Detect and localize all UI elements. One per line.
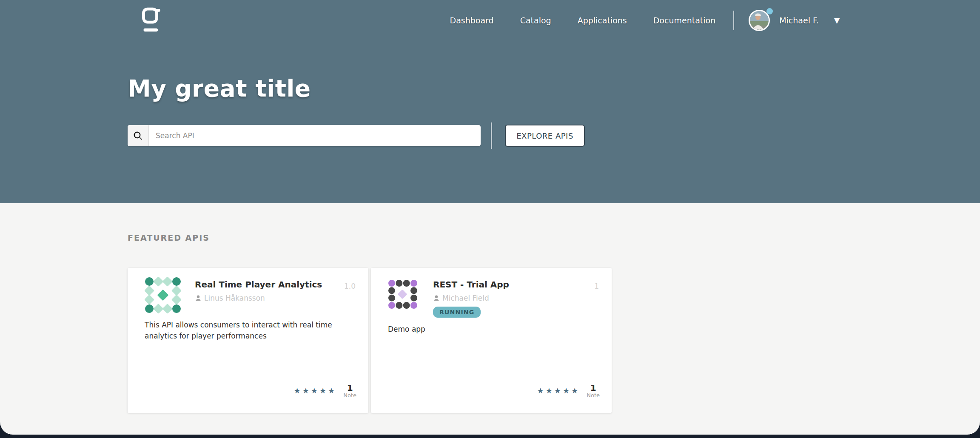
card-footer-divider: [371, 403, 612, 403]
api-owner-name: Linus Håkansson: [204, 294, 265, 302]
main-nav: Dashboard Catalog Applications Documenta…: [450, 16, 716, 25]
card-meta: Real Time Player Analytics Linus Håkanss…: [195, 277, 344, 302]
person-icon: [433, 295, 440, 301]
api-description: This API allows consumers to interact wi…: [145, 319, 353, 342]
person-icon: [195, 295, 202, 301]
gravitee-logo-icon[interactable]: [139, 7, 163, 34]
featured-cards-row: Real Time Player Analytics Linus Håkanss…: [128, 268, 980, 413]
api-card-rest-trial-app[interactable]: REST - Trial App Michael Field RUNNING 1…: [371, 268, 612, 413]
card-footer-divider: [128, 403, 368, 403]
search-box: [128, 125, 481, 146]
top-navigation-bar: Dashboard Catalog Applications Documenta…: [0, 0, 980, 41]
api-description: Demo app: [388, 324, 596, 335]
card-header: REST - Trial App Michael Field RUNNING 1: [388, 277, 599, 318]
nav-item-documentation[interactable]: Documentation: [653, 16, 715, 25]
purple-dot-grid-icon: [388, 279, 419, 311]
rating-label: Note: [587, 392, 600, 398]
hero-section: Dashboard Catalog Applications Documenta…: [0, 0, 980, 203]
api-owner-name: Michael Field: [442, 294, 489, 302]
teal-diamond-grid-icon: [145, 277, 181, 313]
user-name: Michael F.: [779, 16, 819, 25]
nav-item-applications[interactable]: Applications: [578, 16, 627, 25]
api-owner: Linus Håkansson: [195, 294, 344, 302]
topbar-divider: [733, 11, 734, 30]
rating-count: 1: [347, 383, 353, 392]
api-rating: ★★★★★ 1 Note: [294, 383, 356, 398]
nav-item-dashboard[interactable]: Dashboard: [450, 16, 494, 25]
api-title: REST - Trial App: [433, 279, 594, 290]
online-status-dot: [766, 8, 773, 14]
search-icon: [133, 131, 143, 141]
page-title: My great title: [128, 75, 980, 102]
api-card-real-time-player-analytics[interactable]: Real Time Player Analytics Linus Håkanss…: [128, 268, 368, 413]
card-header: Real Time Player Analytics Linus Håkanss…: [145, 277, 356, 313]
search-api-input[interactable]: [149, 125, 481, 146]
rating-note: 1 Note: [587, 383, 600, 398]
star-rating-icons: ★★★★★: [537, 386, 580, 395]
star-rating-icons: ★★★★★: [294, 386, 337, 395]
api-owner: Michael Field: [433, 294, 594, 302]
card-meta: REST - Trial App Michael Field RUNNING: [433, 277, 594, 318]
status-badge-running: RUNNING: [433, 307, 481, 318]
api-title: Real Time Player Analytics: [195, 279, 344, 290]
search-row: EXPLORE APIS: [128, 122, 980, 149]
api-version: 1: [594, 282, 599, 290]
hero-vertical-divider: [491, 122, 492, 149]
user-menu[interactable]: Michael F. ▼: [749, 10, 840, 31]
api-rating: ★★★★★ 1 Note: [537, 383, 600, 398]
rating-label: Note: [343, 392, 356, 398]
explore-apis-button[interactable]: EXPLORE APIS: [505, 125, 585, 147]
rating-note: 1 Note: [343, 383, 356, 398]
avatar-wrapper: [749, 10, 770, 31]
search-icon-button[interactable]: [128, 125, 149, 146]
api-version: 1.0: [344, 282, 356, 290]
nav-item-catalog[interactable]: Catalog: [520, 16, 551, 25]
footer-strip: [0, 435, 980, 438]
portal-page: Dashboard Catalog Applications Documenta…: [0, 0, 980, 438]
featured-apis-heading: FEATURED APIS: [128, 233, 980, 242]
main-section: FEATURED APIS: [0, 203, 980, 435]
chevron-down-icon[interactable]: ▼: [834, 16, 840, 25]
rating-count: 1: [590, 383, 596, 392]
